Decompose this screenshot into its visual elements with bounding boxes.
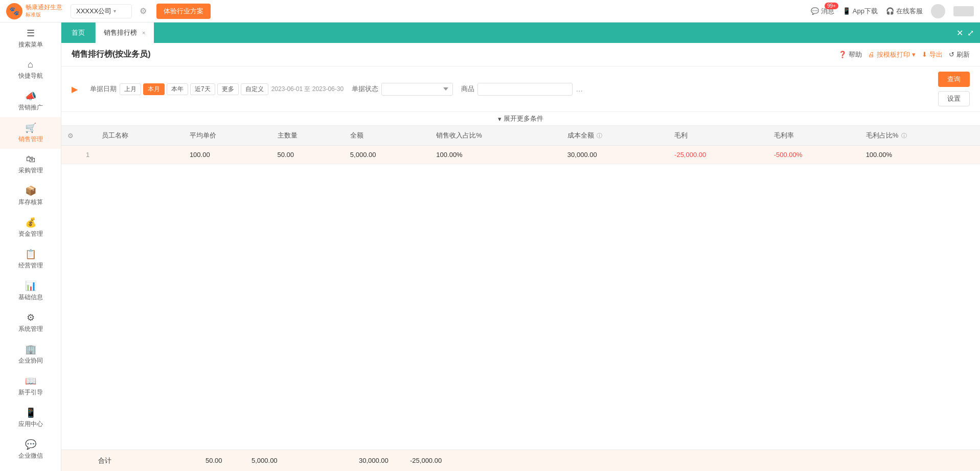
company-selector[interactable]: XXXXX公司 ▾ — [71, 4, 132, 18]
table-header: ⚙ 员工名称 平均单价 主数量 全额 销售收入占比% 成本全额 ⓘ 毛利 毛利率 — [61, 126, 980, 146]
expand-row: ▾ 展开更多条件 — [61, 112, 980, 126]
date-btn-7days[interactable]: 近7天 — [190, 83, 215, 95]
date-btn-year[interactable]: 本年 — [167, 83, 188, 95]
logo-icon: 🐾 — [6, 3, 22, 19]
status-filter: 单据状态 — [352, 83, 453, 96]
logo-text-block: 畅康通好生意 标准版 — [26, 4, 62, 19]
query-button[interactable]: 查询 — [938, 72, 970, 87]
sidebar-label-enterprise-collab: 企业协同 — [18, 356, 43, 365]
date-btn-this-month[interactable]: 本月 — [143, 83, 165, 95]
sidebar-label-quick-nav: 快捷导航 — [18, 72, 43, 80]
row-cost-total: 30,000.00 — [561, 146, 668, 164]
filter-area: ▶ 单据日期 上月 本月 本年 近7天 更多 自定义 2023-0 — [61, 66, 980, 112]
expand-filters-label: 展开更多条件 — [504, 114, 543, 123]
operations-icon: 📋 — [25, 249, 36, 260]
sidebar-item-guide[interactable]: 📖 新手引导 — [0, 370, 61, 402]
help-button[interactable]: ❓ 帮助 — [838, 50, 862, 59]
sidebar: ☰ 搜索菜单 ⌂ 快捷导航 📣 营销推广 🛒 销售管理 🛍 采购管理 📦 库 — [0, 23, 61, 471]
refresh-button[interactable]: ↺ 刷新 — [949, 50, 970, 59]
table-body: 1 100.00 50.00 5,000.00 100.00% 30,000.0… — [61, 146, 980, 164]
app-download-button[interactable]: 📱 App下载 — [842, 7, 878, 16]
quick-nav-icon: ⌂ — [28, 59, 33, 70]
sidebar-item-purchase-mgmt[interactable]: 🛍 采购管理 — [0, 149, 61, 180]
message-badge: 99+ — [825, 3, 838, 9]
row-rank: 1 — [80, 146, 96, 164]
refresh-label: 刷新 — [956, 50, 970, 59]
sidebar-item-search-order[interactable]: ☰ 搜索菜单 — [0, 23, 61, 54]
sidebar-item-system-mgmt[interactable]: ⚙ 系统管理 — [0, 307, 61, 339]
settings-gear-button[interactable]: ⚙ — [136, 4, 150, 18]
online-service-label: 在线客服 — [896, 7, 923, 16]
sidebar-item-inventory[interactable]: 📦 库存核算 — [0, 180, 61, 212]
date-btn-prev-month[interactable]: 上月 — [120, 83, 141, 95]
row-name — [96, 146, 184, 164]
cost-info-icon[interactable]: ⓘ — [597, 132, 602, 139]
sidebar-item-enterprise-collab[interactable]: 🏢 企业协同 — [0, 339, 61, 370]
gross-pct-info-icon[interactable]: ⓘ — [901, 132, 907, 139]
status-filter-label: 单据状态 — [352, 84, 378, 94]
online-service-button[interactable]: 🎧 在线客服 — [886, 7, 923, 16]
col-settings[interactable]: ⚙ — [61, 126, 80, 146]
sidebar-item-finance[interactable]: 💰 资金管理 — [0, 212, 61, 243]
sidebar-item-operations[interactable]: 📋 经营管理 — [0, 243, 61, 275]
tab-restore-button[interactable]: ⤢ — [967, 28, 974, 38]
sidebar-item-basic-info[interactable]: 📊 基础信息 — [0, 275, 61, 307]
trial-button[interactable]: 体验行业方案 — [156, 4, 211, 19]
app-center-icon: 📱 — [25, 407, 36, 418]
header-actions: ❓ 帮助 🖨 按模板打印 ▾ ⬇ 导出 ↺ — [838, 50, 970, 59]
template-print-button[interactable]: 🖨 按模板打印 ▾ — [868, 50, 916, 59]
message-button[interactable]: 💬 消息 99+ — [811, 7, 834, 16]
col-total: 全额 — [344, 126, 430, 146]
logo-sub: 标准版 — [26, 11, 62, 18]
avatar[interactable] — [931, 4, 945, 18]
sidebar-label-basic-info: 基础信息 — [18, 293, 43, 302]
goods-filter: 商品 … — [461, 83, 583, 96]
row-avg-price: 100.00 — [184, 146, 271, 164]
page-content: 销售排行榜(按业务员) ❓ 帮助 🖨 按模板打印 ▾ ⬇ — [61, 43, 980, 471]
sidebar-label-inventory: 库存核算 — [18, 198, 43, 207]
sidebar-label-sales-mgmt: 销售管理 — [18, 135, 43, 144]
sidebar-label-finance: 资金管理 — [18, 230, 43, 238]
filter-settings-button[interactable]: 设置 — [938, 91, 970, 106]
table-footer: 合计 50.00 5,000.00 30,000.00 -25,000.00 — [61, 450, 980, 471]
tab-close-window-button[interactable]: ✕ — [956, 28, 963, 38]
top-right-actions: 💬 消息 99+ 📱 App下载 🎧 在线客服 — [811, 4, 974, 18]
expand-filters-button[interactable]: ▾ 展开更多条件 — [498, 114, 543, 123]
sidebar-label-system-mgmt: 系统管理 — [18, 325, 43, 333]
export-button[interactable]: ⬇ 导出 — [922, 50, 943, 59]
sidebar-item-sales-mgmt[interactable]: 🛒 销售管理 — [0, 117, 61, 149]
help-label: 帮助 — [849, 50, 862, 59]
col-rank — [80, 126, 96, 146]
collapse-arrow-icon[interactable]: ▶ — [72, 84, 78, 94]
table-row: 1 100.00 50.00 5,000.00 100.00% 30,000.0… — [61, 146, 980, 164]
footer-main-qty: 50.00 — [199, 457, 245, 464]
tab-home[interactable]: 首页 — [61, 23, 96, 43]
sidebar-item-enterprise-wechat[interactable]: 💬 企业微信 — [0, 434, 61, 465]
col-gross-pct: 毛利占比% ⓘ — [860, 126, 980, 146]
sidebar-item-member[interactable]: 👑 畅会员 — [0, 465, 61, 471]
data-table: ⚙ 员工名称 平均单价 主数量 全额 销售收入占比% 成本全额 ⓘ 毛利 毛利率 — [61, 126, 980, 164]
col-gross-margin: 毛利率 — [768, 126, 860, 146]
company-name: XXXXX公司 — [76, 7, 111, 16]
tab-bar: 首页 销售排行榜 × ✕ ⤢ — [61, 23, 980, 43]
guide-icon: 📖 — [25, 375, 36, 387]
tab-sales-ranking-label: 销售排行榜 — [104, 28, 137, 37]
row-gross-pct: 100.00% — [860, 146, 980, 164]
date-btn-more[interactable]: 更多 — [217, 83, 239, 95]
tab-sales-ranking[interactable]: 销售排行榜 × — [96, 23, 154, 43]
sidebar-item-app-center[interactable]: 📱 应用中心 — [0, 402, 61, 434]
page-title: 销售排行榜(按业务员) — [72, 49, 151, 60]
footer-label: 合计 — [92, 456, 153, 465]
marketing-icon: 📣 — [25, 91, 36, 102]
status-select[interactable] — [381, 83, 453, 96]
goods-more-icon[interactable]: … — [576, 85, 583, 93]
tab-close-icon[interactable]: × — [142, 30, 145, 36]
goods-input[interactable] — [477, 83, 573, 96]
sidebar-item-quick-nav[interactable]: ⌂ 快捷导航 — [0, 54, 61, 85]
date-btn-custom[interactable]: 自定义 — [241, 83, 268, 95]
basic-info-icon: 📊 — [25, 280, 36, 291]
sidebar-label-guide: 新手引导 — [18, 388, 43, 397]
sidebar-item-marketing[interactable]: 📣 营销推广 — [0, 85, 61, 117]
footer-cost-total: 30,000.00 — [353, 457, 404, 464]
sidebar-label-marketing: 营销推广 — [18, 103, 43, 112]
